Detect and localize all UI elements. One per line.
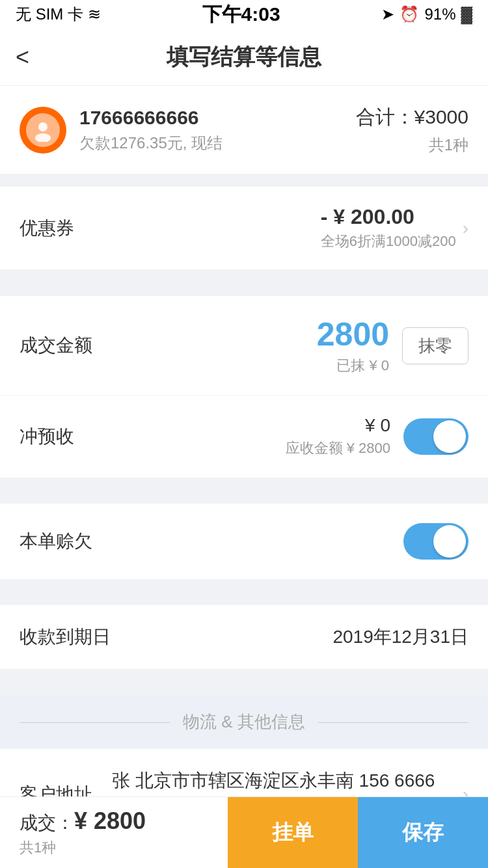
summary-label: 成交： bbox=[20, 813, 74, 833]
status-bar-time: 下午4:03 bbox=[202, 1, 280, 28]
sim-text: 无 SIM 卡 ≋ bbox=[16, 4, 101, 25]
user-sub: 欠款1276.35元, 现结 bbox=[79, 133, 223, 154]
coupon-label: 优惠券 bbox=[20, 216, 74, 241]
transaction-label: 成交金额 bbox=[20, 333, 92, 358]
prepayment-sub: 应收金额 ¥ 2800 bbox=[286, 439, 390, 458]
section-divider-2 bbox=[0, 491, 488, 504]
due-date-section: 收款到期日 2019年12月31日 bbox=[0, 605, 488, 669]
location-icon: ➤ bbox=[381, 5, 394, 23]
battery-text: 91% bbox=[424, 5, 455, 23]
back-button[interactable]: < bbox=[16, 44, 29, 71]
round-button[interactable]: 抹零 bbox=[402, 327, 468, 364]
transaction-sub: 已抹 ¥ 0 bbox=[317, 356, 389, 375]
nav-bar: < 填写结算等信息 bbox=[0, 29, 488, 86]
transaction-section: 成交金额 2800 已抹 ¥ 0 抹零 冲预收 ¥ 0 应收金额 ¥ 2800 bbox=[0, 296, 488, 478]
avatar-icon bbox=[26, 113, 60, 147]
due-date-row: 收款到期日 2019年12月31日 bbox=[0, 605, 488, 669]
prepayment-row: 冲预收 ¥ 0 应收金额 ¥ 2800 bbox=[0, 396, 488, 478]
coupon-desc: 全场6折满1000减200 bbox=[321, 232, 456, 251]
logistics-header-text: 物流 & 其他信息 bbox=[170, 711, 318, 733]
toggle-thumb bbox=[433, 420, 466, 453]
credit-toggle-thumb bbox=[433, 525, 466, 558]
total-amount: 合计：¥3000 bbox=[356, 104, 468, 131]
user-phone: 17666666666 bbox=[79, 107, 223, 129]
credit-right bbox=[403, 523, 468, 560]
bottom-summary-main: 成交：¥ 2800 bbox=[20, 807, 208, 835]
credit-label: 本单赊欠 bbox=[20, 529, 92, 554]
coupon-row[interactable]: 优惠券 - ¥ 200.00 全场6折满1000减200 › bbox=[0, 187, 488, 270]
prepayment-amount: ¥ 0 bbox=[286, 415, 390, 436]
credit-toggle[interactable] bbox=[403, 523, 468, 560]
logistics-header: 物流 & 其他信息 bbox=[0, 695, 488, 749]
status-bar: 无 SIM 卡 ≋ 下午4:03 ➤ ⏰ 91% ▓ bbox=[0, 0, 488, 29]
svg-point-1 bbox=[35, 133, 51, 142]
transaction-value: 2800 bbox=[317, 316, 389, 353]
page-title: 填写结算等信息 bbox=[167, 42, 321, 72]
prepayment-right: ¥ 0 应收金额 ¥ 2800 bbox=[286, 415, 468, 458]
avatar bbox=[20, 107, 66, 154]
coupon-amount: - ¥ 200.00 bbox=[321, 205, 456, 229]
user-card-right: 合计：¥3000 共1种 bbox=[356, 104, 468, 156]
save-button[interactable]: 保存 bbox=[358, 797, 488, 869]
bottom-summary: 成交：¥ 2800 共1种 bbox=[0, 807, 228, 858]
section-divider-3 bbox=[0, 592, 488, 605]
alarm-icon: ⏰ bbox=[400, 5, 419, 23]
credit-section: 本单赊欠 bbox=[0, 504, 488, 579]
summary-amount: ¥ 2800 bbox=[74, 807, 146, 834]
user-info: 17666666666 欠款1276.35元, 现结 bbox=[79, 107, 223, 154]
summary-count: 共1种 bbox=[20, 838, 208, 858]
transaction-right: 2800 已抹 ¥ 0 抹零 bbox=[317, 316, 468, 375]
item-count: 共1种 bbox=[356, 135, 468, 156]
status-bar-right: ➤ ⏰ 91% ▓ bbox=[381, 5, 472, 23]
svg-point-0 bbox=[38, 122, 47, 131]
bottom-bar: 成交：¥ 2800 共1种 挂单 保存 bbox=[0, 796, 488, 868]
due-date-label: 收款到期日 bbox=[20, 625, 111, 649]
coupon-right: - ¥ 200.00 全场6折满1000减200 › bbox=[321, 205, 468, 251]
battery-icon: ▓ bbox=[461, 5, 472, 23]
credit-row: 本单赊欠 bbox=[0, 504, 488, 579]
prepayment-toggle[interactable] bbox=[403, 418, 468, 455]
coupon-arrow-icon: › bbox=[463, 218, 468, 239]
user-card: 17666666666 欠款1276.35元, 现结 合计：¥3000 共1种 bbox=[0, 86, 488, 174]
transaction-amount-row: 成交金额 2800 已抹 ¥ 0 抹零 bbox=[0, 296, 488, 396]
status-bar-left: 无 SIM 卡 ≋ bbox=[16, 4, 101, 25]
section-divider-1 bbox=[0, 283, 488, 296]
pending-button[interactable]: 挂单 bbox=[228, 797, 358, 869]
section-divider-4 bbox=[0, 682, 488, 695]
main-content: 17666666666 欠款1276.35元, 现结 合计：¥3000 共1种 … bbox=[0, 86, 488, 868]
user-card-left: 17666666666 欠款1276.35元, 现结 bbox=[20, 107, 223, 154]
prepayment-label: 冲预收 bbox=[20, 424, 74, 449]
due-date-value: 2019年12月31日 bbox=[332, 625, 468, 649]
